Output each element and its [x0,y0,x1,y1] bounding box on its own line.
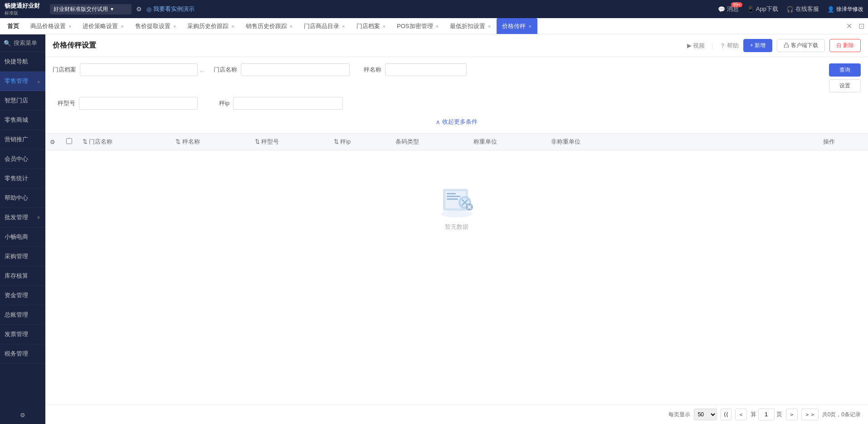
svg-rect-4 [447,196,460,197]
nav-window-actions: ✕ ⊡ [844,22,866,30]
sidebar-item-retail-mall-label: 零售商城 [5,116,28,124]
sidebar-item-invoice-label: 发票管理 [5,330,28,338]
close-icon[interactable]: × [488,24,491,29]
th-scale-model-label: 秤型号 [261,138,279,145]
top-settings-icon[interactable]: ⚙ [136,5,142,13]
sidebar-item-marketing[interactable]: 营销推广 [0,130,45,149]
close-icon[interactable]: × [528,24,531,29]
th-checkbox[interactable] [62,134,78,150]
tab-price-transfer-label: 价格传秤 [502,22,526,30]
sidebar-item-quick-nav[interactable]: 快捷导航 [0,52,45,72]
close-icon[interactable]: × [231,24,234,29]
close-icon[interactable]: × [290,24,293,29]
close-icon[interactable]: × [342,24,345,29]
last-page-btn[interactable]: ＞＞ [801,409,819,420]
sidebar-bottom-settings[interactable]: ⚙ [0,406,45,424]
store-name-input[interactable] [241,63,350,76]
first-page-btn[interactable]: ⟨⟨ [721,409,731,420]
user-menu[interactable]: 👤 徐泽华修改 [827,5,863,13]
sidebar-item-retail-mall[interactable]: 零售商城 [0,111,45,130]
chevron-down-icon: ▾ [111,6,113,12]
sidebar-item-member[interactable]: 会员中心 [0,149,45,169]
sidebar-item-ecommerce[interactable]: 小畅电商 [0,227,45,247]
tab-sales-history[interactable]: 销售历史价跟踪 × [240,18,298,34]
page-number-input[interactable] [758,409,775,420]
tab-pos-encrypt[interactable]: POS加密管理 × [391,18,444,34]
per-page-label: 每页显示 [668,411,690,419]
tab-purchase-strategy[interactable]: 进价策略设置 × [77,18,129,34]
sidebar-item-help[interactable]: 帮助中心 [0,188,45,208]
th-scale-name: ⇅ 秤名称 [171,134,250,150]
per-page-select[interactable]: 50 10 20 100 [694,409,717,420]
tab-min-discount-label: 最低折扣设置 [450,22,485,30]
sidebar-item-help-label: 帮助中心 [5,194,28,202]
settings-button[interactable]: 设置 [829,79,861,92]
table-area: ⚙ ⇅ 门店名称 ⇅ 秤名称 [45,134,868,405]
tab-pos-encrypt-label: POS加密管理 [397,22,433,30]
close-window-icon[interactable]: ✕ [844,22,854,30]
sidebar-item-wholesale[interactable]: 批发管理 ▼ [0,208,45,227]
th-settings[interactable]: ⚙ [45,134,62,150]
th-scale-ip: ⇅ 秤ip [329,134,391,150]
close-icon[interactable]: × [383,24,385,29]
sidebar-item-purchase[interactable]: 采购管理 [0,247,45,266]
sort-icon[interactable]: ⇅ [83,138,88,145]
store-archive-input[interactable] [80,63,198,76]
user-name-label: 徐泽华修改 [836,5,863,13]
help-link[interactable]: ？ 帮助 [720,42,739,50]
version-selector[interactable]: 好业财标准版交付试用 ▾ [50,4,132,14]
prev-page-btn[interactable]: ＜ [735,409,747,420]
tab-store-archive[interactable]: 门店档案 × [351,18,391,34]
message-btn[interactable]: 💬 消息 99+ [718,5,739,13]
scale-name-input[interactable] [385,63,467,76]
demo-link[interactable]: ◎ 我要看实例演示 [146,5,195,13]
sidebar-item-inventory[interactable]: 库存核算 [0,266,45,286]
scale-model-input[interactable] [79,97,198,110]
tab-purchase-history[interactable]: 采购历史价跟踪 × [182,18,240,34]
sidebar-item-tax[interactable]: 税务管理 [0,344,45,364]
tab-price-settings[interactable]: 商品价格设置 × [25,18,77,34]
query-button[interactable]: 查询 [829,63,861,77]
collapse-button[interactable]: ∧ 收起更多条件 [436,118,478,126]
select-all-checkbox[interactable] [66,138,72,144]
th-non-weight-unit: 非称重单位 [546,134,819,150]
video-link[interactable]: ▶ 视频 [687,42,705,50]
sidebar-item-retail[interactable]: 零售管理 ▲ [0,72,45,91]
online-service-btn[interactable]: 🎧 在线客服 [786,5,819,13]
user-icon: 👤 [827,6,834,13]
next-page-btn[interactable]: ＞ [786,409,798,420]
tab-sell-extract-label: 售价提取设置 [135,22,171,30]
download-client-button[interactable]: 凸 客户端下载 [777,39,824,52]
scale-model-label: 秤型号 [53,99,75,107]
close-icon[interactable]: × [68,24,71,29]
app-download-btn[interactable]: 📱 App下载 [747,5,778,13]
online-service-label: 在线客服 [795,5,819,13]
sort-icon[interactable]: ⇅ [334,138,339,145]
restore-window-icon[interactable]: ⊡ [857,22,866,30]
page-title: 价格传秤设置 [53,41,96,50]
add-button[interactable]: + 新增 [743,39,772,52]
tab-store-catalog[interactable]: 门店商品目录 × [298,18,351,34]
tab-sell-extract[interactable]: 售价提取设置 × [130,18,182,34]
tab-price-transfer[interactable]: 价格传秤 × [497,18,537,34]
close-icon[interactable]: × [173,24,176,29]
tab-min-discount[interactable]: 最低折扣设置 × [444,18,497,34]
sidebar-search[interactable]: 🔍 搜索菜单 [0,34,45,52]
sidebar-item-finance[interactable]: 资金管理 [0,286,45,305]
sidebar-item-invoice[interactable]: 发票管理 [0,325,45,344]
sort-icon[interactable]: ⇅ [255,138,260,145]
delete-button[interactable]: 自 删除 [829,39,861,52]
scale-ip-input[interactable] [233,97,343,110]
video-label: 视频 [693,42,705,50]
tab-home[interactable]: 首页 [2,18,25,34]
sidebar-item-retail-stats[interactable]: 零售统计 [0,169,45,188]
sidebar-item-ledger[interactable]: 总账管理 [0,305,45,325]
tab-store-catalog-label: 门店商品目录 [304,22,339,30]
sidebar-item-member-label: 会员中心 [5,155,28,163]
close-icon[interactable]: × [436,24,439,29]
top-right-actions: 💬 消息 99+ 📱 App下载 🎧 在线客服 👤 徐泽华修改 [718,5,863,13]
close-icon[interactable]: × [121,24,123,29]
sidebar-item-smart-store[interactable]: 智慧门店 [0,91,45,111]
ellipsis-icon[interactable]: ... [200,67,205,73]
sort-icon[interactable]: ⇅ [176,138,180,145]
